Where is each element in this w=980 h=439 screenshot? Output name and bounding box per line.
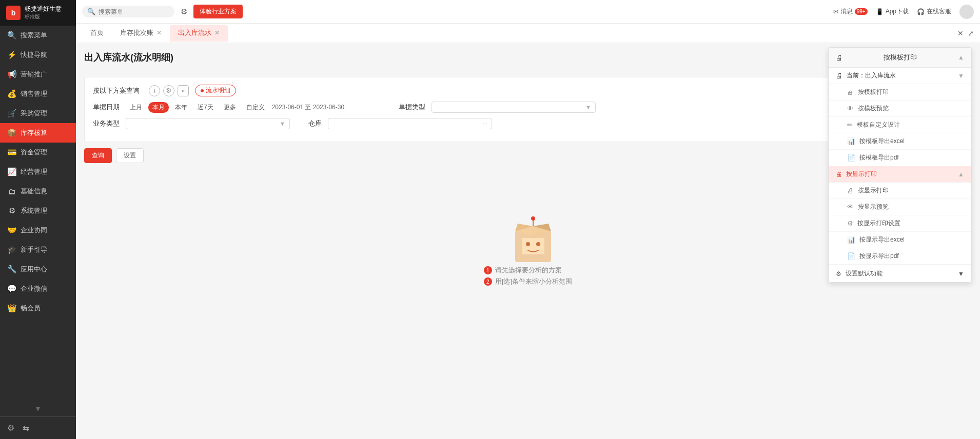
tip-num-1: 1: [484, 266, 492, 274]
topbar-search-box[interactable]: 🔍: [82, 6, 174, 17]
warehouse-select[interactable]: ···: [328, 118, 492, 129]
topbar-right: ✉ 消息 99+ 📱 App下载 🎧 在线客服: [833, 5, 974, 19]
date-tab-7days[interactable]: 近7天: [193, 102, 218, 113]
dropdown-display-export-pdf[interactable]: 📄 按显示导出pdf: [829, 248, 971, 265]
filter-add-btn[interactable]: +: [149, 85, 160, 96]
print-icon-header: 🖨: [836, 54, 842, 62]
dropdown-current-row[interactable]: 🖨 当前：出入库流水 ▼: [829, 68, 971, 84]
tab-flow[interactable]: 出入库流水 ✕: [170, 25, 228, 42]
template-print-icon: 🖨: [847, 88, 854, 96]
dropdown-template-custom[interactable]: ✏ 模板自定义设计: [829, 117, 971, 133]
dropdown-header-label: 按模板打印: [884, 53, 917, 62]
biz-type-select[interactable]: ▼: [126, 118, 290, 129]
date-tab-last-month[interactable]: 上月: [126, 102, 146, 113]
tab-batch[interactable]: 库存批次账 ✕: [112, 25, 170, 42]
settings-btn[interactable]: 设置: [116, 148, 144, 163]
app-name: 畅捷通好生意: [25, 5, 62, 13]
minimize-icon[interactable]: ✕: [957, 29, 964, 37]
topbar: 🔍 ⚙ 体验行业方案 ✉ 消息 99+ 📱 App下载 🎧 在线客服: [76, 0, 980, 24]
date-tab-this-month[interactable]: 本月: [148, 102, 169, 113]
empty-illustration: [502, 208, 554, 260]
dropdown-template-export-pdf[interactable]: 📄 按模板导出pdf: [829, 150, 971, 166]
page-title: 出入库流水(流水明细): [84, 51, 173, 64]
date-field: 上月 本月 本年 近7天 更多 自定义 2023-06-01 至 2023-06…: [126, 102, 393, 113]
date-tab-custom[interactable]: 自定义: [242, 102, 269, 113]
sidebar-item-quick-nav[interactable]: ⚡ 快捷导航: [0, 45, 76, 65]
sidebar-item-operations[interactable]: 📈 经营管理: [0, 162, 76, 182]
sidebar-footer: ⚙ ⇆: [0, 416, 76, 439]
dropdown-footer-set-default[interactable]: ⚙ 设置默认功能 ▼: [829, 265, 971, 282]
marketing-icon: 📢: [7, 70, 16, 79]
sidebar-item-search[interactable]: 🔍 搜索菜单: [0, 26, 76, 45]
filter-action-buttons: + ⚙ «: [149, 85, 189, 96]
query-btn[interactable]: 查询: [84, 148, 112, 163]
sidebar-item-apps[interactable]: 🔧 应用中心: [0, 260, 76, 279]
doc-type-select[interactable]: ▼: [432, 102, 596, 113]
display-section-icon: 🖨: [836, 171, 842, 178]
dropdown-collapse-arrow[interactable]: ▲: [958, 54, 964, 61]
settings-footer-icon[interactable]: ⚙: [7, 423, 14, 433]
dropdown-display-print-settings[interactable]: ⚙ 按显示打印设置: [829, 215, 971, 232]
sidebar-item-sales[interactable]: 💰 销售管理: [0, 84, 76, 104]
biz-type-arrow-icon: ▼: [280, 121, 285, 127]
main-content: 🔍 ⚙ 体验行业方案 ✉ 消息 99+ 📱 App下载 🎧 在线客服 首页: [76, 0, 980, 439]
set-default-arrow: ▼: [958, 270, 964, 277]
sidebar-item-inventory[interactable]: 📦 库存核算: [0, 123, 76, 143]
collapse-sidebar-icon[interactable]: ⇆: [23, 423, 29, 433]
topbar-gear-icon[interactable]: ⚙: [181, 7, 187, 16]
template-custom-icon: ✏: [847, 121, 853, 129]
dropdown-display-items: 🖨 按显示打印 👁 按显示预览 ⚙ 按显示打印设置 📊 按显示导出excel 📄: [829, 183, 971, 265]
filter-collapse-btn[interactable]: «: [178, 85, 189, 96]
doc-type-arrow-icon: ▼: [585, 104, 591, 110]
maximize-icon[interactable]: ⤢: [968, 29, 974, 37]
messages-badge: 99+: [855, 8, 868, 15]
filter-tag-liushuimingxi[interactable]: 流水明细: [195, 85, 236, 96]
date-tab-this-year[interactable]: 本年: [171, 102, 191, 113]
tabs-bar: 首页 库存批次账 ✕ 出入库流水 ✕ ✕ ⤢: [76, 24, 980, 43]
dropdown-display-print-section-header[interactable]: 🖨 按显示打印 ▲: [829, 166, 971, 183]
sales-icon: 💰: [7, 89, 16, 98]
doc-type-label: 单据类型: [399, 103, 425, 112]
sidebar-item-label: 销售管理: [21, 89, 47, 98]
biz-type-label: 业务类型: [93, 119, 120, 128]
sidebar-scroll-down[interactable]: ▼: [34, 405, 42, 413]
app-download-btn[interactable]: 📱 App下载: [876, 7, 909, 16]
sidebar-item-marketing[interactable]: 📢 营销推广: [0, 65, 76, 84]
dropdown-display-export-excel[interactable]: 📊 按显示导出excel: [829, 232, 971, 248]
tab-batch-close[interactable]: ✕: [156, 29, 162, 36]
dropdown-display-print[interactable]: 🖨 按显示打印: [829, 183, 971, 199]
sidebar-item-basics[interactable]: 🗂 基础信息: [0, 182, 76, 201]
warehouse-label: 仓库: [308, 119, 322, 128]
user-avatar[interactable]: [959, 5, 974, 19]
sidebar-item-label: 企业微信: [21, 284, 47, 293]
sidebar-item-cooperation[interactable]: 🤝 企业协同: [0, 221, 76, 240]
sidebar-item-purchase[interactable]: 🛒 采购管理: [0, 104, 76, 123]
sidebar-item-membership[interactable]: 👑 畅会员: [0, 298, 76, 318]
sidebar-item-label: 经营管理: [21, 167, 47, 176]
sidebar-item-label: 营销推广: [21, 70, 47, 79]
online-service-btn[interactable]: 🎧 在线客服: [917, 7, 951, 16]
sidebar-item-finance[interactable]: 💳 资金管理: [0, 143, 76, 162]
tab-flow-close[interactable]: ✕: [214, 29, 220, 36]
messages-btn[interactable]: ✉ 消息 99+: [833, 7, 868, 16]
sidebar-item-wechat[interactable]: 💬 企业微信: [0, 279, 76, 298]
dropdown-template-print[interactable]: 🖨 按模板打印: [829, 84, 971, 101]
sidebar-item-guide[interactable]: 🎓 新手引导: [0, 240, 76, 260]
filter-settings-btn[interactable]: ⚙: [163, 85, 174, 96]
sidebar-item-system[interactable]: ⚙ 系统管理: [0, 201, 76, 221]
app-icon: 📱: [876, 8, 884, 15]
sidebar-item-label: 基础信息: [21, 187, 47, 196]
dropdown-template-preview[interactable]: 👁 按模板预览: [829, 101, 971, 117]
search-nav-icon: 🔍: [7, 31, 16, 40]
quick-nav-icon: ⚡: [7, 50, 16, 59]
app-edition: 标准版: [25, 13, 62, 21]
warehouse-dots-icon: ···: [483, 121, 487, 127]
dropdown-display-preview[interactable]: 👁 按显示预览: [829, 199, 971, 215]
display-pdf-icon: 📄: [847, 252, 855, 260]
dropdown-template-export-excel[interactable]: 📊 按模板导出excel: [829, 133, 971, 150]
tab-home[interactable]: 首页: [82, 25, 112, 42]
industry-btn[interactable]: 体验行业方案: [193, 5, 243, 18]
dropdown-template-items: 🖨 按模板打印 👁 按模板预览 ✏ 模板自定义设计 📊 按模板导出excel 📄: [829, 84, 971, 166]
search-input[interactable]: [99, 8, 160, 15]
date-tab-more[interactable]: 更多: [220, 102, 240, 113]
